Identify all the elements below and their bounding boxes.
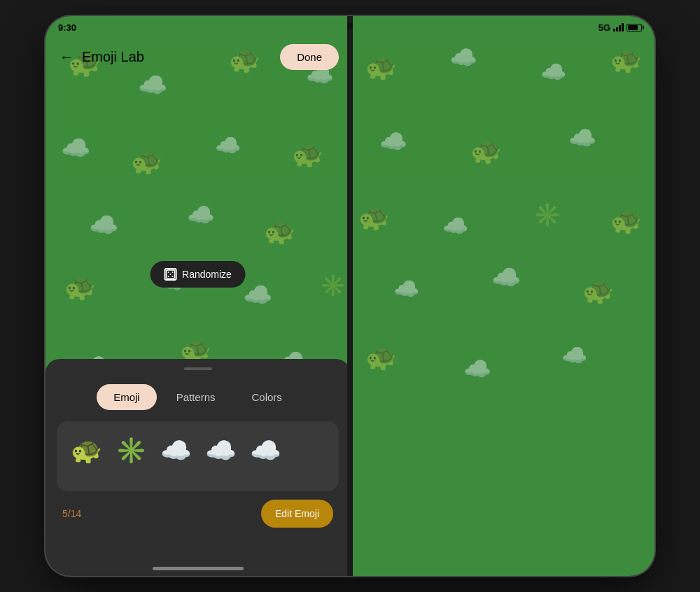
svg-text:✳️: ✳️: [533, 202, 561, 228]
back-arrow-icon: ←: [59, 49, 74, 64]
svg-text:🐢: 🐢: [610, 206, 642, 236]
svg-text:☁️: ☁️: [491, 263, 522, 292]
battery-icon: [626, 24, 642, 31]
randomize-icon: [164, 268, 176, 281]
emoji-grid: 🐢 ✳️ ☁️ ☁️ ☁️: [68, 432, 328, 469]
svg-text:☁️: ☁️: [393, 276, 420, 302]
left-screen-content: 🐢 ☁️ 🐢 ☁️ ☁️ 🐢 ☁️ 🐢 ☁️ ☁️ 🐢 🐢 ☁️: [46, 16, 350, 576]
right-screen-content: 🐢 ☁️ ☁️ 🐢 ☁️ 🐢 ☁️ 🐢 ☁️ ✳️ 🐢 ☁️ ☁️ 🐢 🐢 ☁: [350, 16, 654, 576]
status-time: 9:30: [58, 22, 76, 33]
right-emoji-pattern-svg: 🐢 ☁️ ☁️ 🐢 ☁️ 🐢 ☁️ 🐢 ☁️ ✳️ 🐢 ☁️ ☁️ 🐢 🐢 ☁: [350, 16, 654, 576]
svg-point-23: [172, 276, 173, 277]
panel-tabs: Emoji Patterns Colors: [46, 384, 350, 410]
status-bar-right: 5G: [598, 16, 654, 38]
svg-point-19: [167, 272, 169, 273]
bottom-panel: Emoji Patterns Colors 🐢 ✳️ ☁️ ☁️ ☁️ 5/14: [46, 359, 350, 576]
right-screen: 🐢 ☁️ ☁️ 🐢 ☁️ 🐢 ☁️ 🐢 ☁️ ✳️ 🐢 ☁️ ☁️ 🐢 🐢 ☁: [350, 16, 654, 576]
status-bar-left: 9:30: [46, 16, 350, 38]
svg-text:☁️: ☁️: [540, 59, 567, 85]
svg-text:🐢: 🐢: [365, 52, 397, 82]
svg-point-22: [167, 276, 169, 277]
home-indicator: [153, 567, 244, 570]
svg-text:🐢: 🐢: [470, 136, 502, 166]
left-screen: 🐢 ☁️ 🐢 ☁️ ☁️ 🐢 ☁️ 🐢 ☁️ ☁️ 🐢 🐢 ☁️: [46, 16, 350, 576]
camera: [347, 23, 353, 29]
svg-text:☁️: ☁️: [187, 202, 215, 228]
network-label: 5G: [598, 22, 610, 33]
svg-text:☁️: ☁️: [561, 343, 588, 368]
svg-text:✳️: ✳️: [320, 273, 346, 298]
emoji-count: 5/14: [62, 508, 81, 519]
svg-text:☁️: ☁️: [89, 211, 119, 239]
panel-footer: 5/14 Edit Emoji: [46, 491, 350, 528]
svg-text:☁️: ☁️: [449, 44, 477, 71]
emoji-grid-container: 🐢 ✳️ ☁️ ☁️ ☁️: [57, 421, 339, 491]
emoji-item-cloud2[interactable]: ☁️: [202, 432, 239, 469]
device: 🐢 ☁️ 🐢 ☁️ ☁️ 🐢 ☁️ 🐢 ☁️ ☁️ 🐢 🐢 ☁️: [46, 16, 654, 576]
right-pattern-background: 🐢 ☁️ ☁️ 🐢 ☁️ 🐢 ☁️ 🐢 ☁️ ✳️ 🐢 ☁️ ☁️ 🐢 🐢 ☁: [350, 16, 654, 576]
svg-text:☁️: ☁️: [61, 134, 91, 162]
svg-point-20: [172, 272, 173, 273]
svg-text:☁️: ☁️: [243, 281, 273, 309]
svg-text:🐢: 🐢: [358, 202, 390, 232]
emoji-item-cloud3[interactable]: ☁️: [247, 432, 284, 469]
svg-text:☁️: ☁️: [568, 125, 596, 151]
tab-patterns[interactable]: Patterns: [160, 384, 232, 410]
emoji-item-cloud1[interactable]: ☁️: [158, 432, 194, 469]
svg-text:☁️: ☁️: [442, 213, 469, 239]
svg-text:🐢: 🐢: [292, 139, 323, 169]
tab-colors[interactable]: Colors: [235, 384, 299, 410]
signal-icon: [613, 23, 624, 31]
panel-handle: [184, 367, 212, 370]
svg-text:🐢: 🐢: [610, 45, 642, 75]
svg-text:🐢: 🐢: [64, 272, 96, 302]
tab-emoji[interactable]: Emoji: [97, 384, 157, 410]
svg-text:🐢: 🐢: [264, 216, 295, 246]
svg-text:☁️: ☁️: [138, 71, 168, 99]
svg-text:☁️: ☁️: [463, 355, 491, 382]
fold-line: [347, 16, 353, 576]
app-title: Emoji Lab: [82, 49, 280, 65]
emoji-item-turtle[interactable]: 🐢: [68, 432, 104, 469]
svg-text:☁️: ☁️: [379, 128, 407, 155]
randomize-label: Randomize: [182, 269, 232, 280]
svg-text:🐢: 🐢: [131, 146, 162, 176]
svg-point-21: [169, 274, 171, 275]
done-button[interactable]: Done: [280, 44, 339, 70]
svg-text:🐢: 🐢: [365, 342, 397, 372]
emoji-item-sparkle[interactable]: ✳️: [113, 432, 149, 469]
svg-text:☁️: ☁️: [215, 133, 241, 158]
top-bar: ← Emoji Lab Done: [46, 38, 350, 75]
back-button[interactable]: ←: [57, 47, 76, 66]
svg-text:🐢: 🐢: [582, 276, 614, 306]
randomize-button[interactable]: Randomize: [150, 261, 246, 288]
battery-fill: [628, 25, 638, 30]
edit-emoji-button[interactable]: Edit Emoji: [261, 500, 333, 528]
